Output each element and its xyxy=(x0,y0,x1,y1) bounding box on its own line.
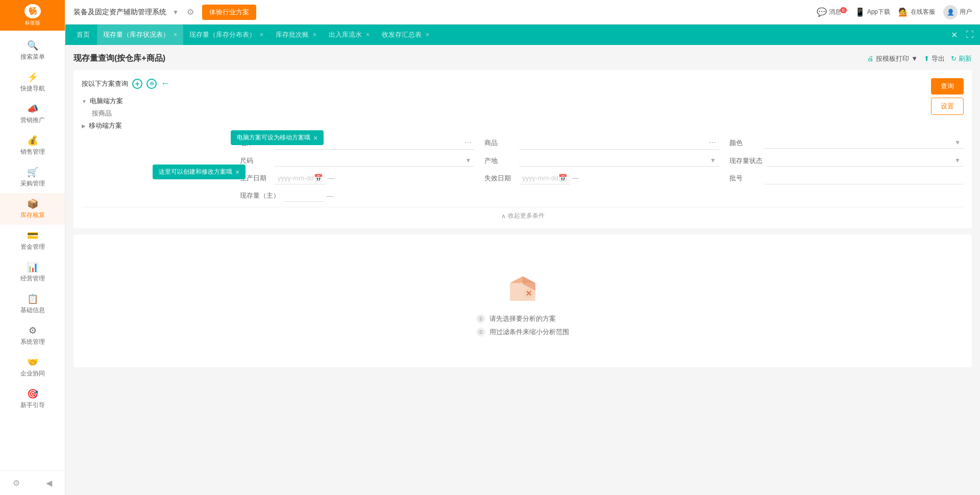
tab-close-btn[interactable]: × xyxy=(174,31,177,38)
filter-add-btn[interactable]: + xyxy=(132,79,142,89)
prod-date-start[interactable]: yyyy-mm-dd 📅 xyxy=(275,172,326,184)
tooltip2-close[interactable]: × xyxy=(235,168,239,176)
sidebar-item-quicknav[interactable]: ⚡ 快捷导航 xyxy=(0,66,65,98)
tab-batch-ledger[interactable]: 库存批次账 × xyxy=(270,25,323,45)
filter-back-btn[interactable]: ← xyxy=(161,78,170,89)
app-download-btn[interactable]: 📱 App下载 xyxy=(855,7,890,17)
batch-no-input[interactable] xyxy=(764,172,964,184)
sidebar-item-sales[interactable]: 💰 销售管理 xyxy=(0,130,65,161)
sidebar-item-finance[interactable]: 💳 资金管理 xyxy=(0,225,65,256)
tab-maximize-btn[interactable]: ⛶ xyxy=(964,28,976,42)
sidebar-item-guide[interactable]: 🎯 新手引导 xyxy=(0,383,65,415)
sidebar-item-label: 企业协同 xyxy=(20,369,45,378)
filter-field-exp-date: 失效日期 yyyy-mm-dd 📅 — xyxy=(484,172,719,184)
origin-chevron-icon: ▼ xyxy=(710,157,716,164)
page-content: 现存量查询(按仓库+商品) 🖨 按模板打印 ▼ ⬆ 导出 ↻ 刷新 xyxy=(65,45,980,495)
main-area: 装备及固定资产辅助管理系统 ▼ ⚙ 体验行业方案 💬 消息 6 📱 App下载 … xyxy=(65,0,980,495)
refresh-label: 刷新 xyxy=(959,54,972,63)
goods-select[interactable]: ··· xyxy=(519,136,719,150)
quicknav-icon: ⚡ xyxy=(27,72,38,83)
sidebar-item-label: 库存核算 xyxy=(20,211,45,220)
scheme-mobile-item[interactable]: ▶ 移动端方案 xyxy=(82,120,964,132)
industry-btn[interactable]: 体验行业方案 xyxy=(202,5,256,20)
prod-date-cal-icon[interactable]: 📅 xyxy=(314,174,323,182)
prod-date-start-placeholder: yyyy-mm-dd xyxy=(278,174,314,182)
exp-date-cal-icon[interactable]: 📅 xyxy=(558,174,567,182)
stock-main-from[interactable] xyxy=(284,190,325,202)
sidebar-item-inventory[interactable]: 📦 库存核算 xyxy=(0,193,65,225)
operation-icon: 📊 xyxy=(27,262,38,273)
online-service-btn[interactable]: 💁 在线客服 xyxy=(898,7,935,17)
online-label: 在线客服 xyxy=(911,8,935,16)
print-btn[interactable]: 🖨 按模板打印 ▼ xyxy=(867,54,918,63)
print-label: 按模板打印 xyxy=(876,54,909,63)
refresh-btn[interactable]: ↻ 刷新 xyxy=(951,54,972,63)
filter-row-4: 现存量（主） — xyxy=(240,190,964,202)
pc-scheme-label: 电脑端方案 xyxy=(90,97,123,106)
tab-actions: ✕ ⛶ xyxy=(949,28,976,42)
query-btn[interactable]: 查询 xyxy=(931,78,964,95)
empty-tip-1: ① 请先选择要分析的方案 xyxy=(476,314,569,323)
empty-state: ① 请先选择要分析的方案 ② 用过滤条件来缩小分析范围 xyxy=(74,234,972,367)
topbar-gear-btn[interactable]: ⚙ xyxy=(185,5,196,19)
scheme-sub-item[interactable]: 按商品 xyxy=(82,107,964,120)
tooltip1-close[interactable]: × xyxy=(313,134,317,142)
origin-select[interactable]: ▼ xyxy=(519,155,719,167)
tab-home[interactable]: 首页 xyxy=(69,25,97,45)
stock-status-select[interactable]: ▼ xyxy=(767,155,964,167)
system-dropdown[interactable]: ▼ xyxy=(173,9,179,16)
color-label: 颜色 xyxy=(729,138,760,148)
filter-field-stock-main: 现存量（主） — xyxy=(240,190,474,202)
color-select[interactable]: ▼ xyxy=(764,137,964,149)
export-btn[interactable]: ⬆ 导出 xyxy=(924,54,945,63)
marketing-icon: 📣 xyxy=(27,103,38,114)
service-icon: 💁 xyxy=(898,7,909,17)
exp-date-start[interactable]: yyyy-mm-dd 📅 xyxy=(519,172,570,184)
filter-label-row: 按以下方案查询 + ⊕ ← xyxy=(82,78,964,89)
sidebar-item-marketing[interactable]: 📣 营销推广 xyxy=(0,98,65,130)
sidebar-item-search[interactable]: 🔍 搜索菜单 xyxy=(0,35,65,66)
sidebar-item-operation[interactable]: 📊 经营管理 xyxy=(0,256,65,288)
filter-field-goods: 商品 ··· xyxy=(484,136,719,150)
tab-close-btn[interactable]: × xyxy=(366,31,370,38)
goods-dots[interactable]: ··· xyxy=(709,138,716,147)
tab-inventory-status[interactable]: 现存量（库存状况表） × xyxy=(97,25,183,45)
tab-in-out-flow[interactable]: 出入库流水 × xyxy=(323,25,376,45)
tab-inventory-dist[interactable]: 现存量（库存分布表） × xyxy=(183,25,270,45)
sidebar-item-enterprise[interactable]: 🤝 企业协同 xyxy=(0,351,65,383)
exp-date-start-placeholder: yyyy-mm-dd xyxy=(522,174,558,182)
sidebar-item-basic[interactable]: 📋 基础信息 xyxy=(0,288,65,320)
warehouse-dots[interactable]: ··· xyxy=(464,138,471,147)
sidebar-item-label: 采购管理 xyxy=(20,179,45,188)
system-icon: ⚙ xyxy=(29,325,37,336)
message-btn[interactable]: 💬 消息 6 xyxy=(817,7,847,17)
filter-label-text: 按以下方案查询 xyxy=(82,79,128,88)
sidebar-nav: 🔍 搜索菜单 ⚡ 快捷导航 📣 营销推广 💰 销售管理 🛒 采购管理 📦 库存核… xyxy=(0,31,65,470)
collapse-sidebar-btn[interactable]: ◀ xyxy=(44,476,54,490)
tab-label: 现存量（库存分布表） xyxy=(189,30,256,39)
user-menu[interactable]: 👤 用户 xyxy=(943,5,972,19)
scheme-tree: ▼ 电脑端方案 按商品 ▶ 移动端方案 xyxy=(82,95,964,132)
filter-field-color: 颜色 ▼ xyxy=(729,137,964,149)
size-select[interactable]: ▼ xyxy=(275,155,474,167)
tab-close-btn[interactable]: × xyxy=(426,31,429,38)
tab-recv-summary[interactable]: 收发存汇总表 × xyxy=(376,25,435,45)
filter-copy-btn[interactable]: ⊕ xyxy=(146,79,157,89)
enterprise-icon: 🤝 xyxy=(27,357,38,368)
collapse-btn[interactable]: ∧ 收起更多条件 xyxy=(501,211,545,220)
sidebar-item-purchase[interactable]: 🛒 采购管理 xyxy=(0,161,65,193)
tab-close-btn[interactable]: × xyxy=(260,31,263,38)
tab-close-btn[interactable]: × xyxy=(313,31,316,38)
purchase-icon: 🛒 xyxy=(27,167,38,178)
tab-close-all-btn[interactable]: ✕ xyxy=(949,28,960,42)
sidebar-logo: 畅 标签版 xyxy=(0,0,65,31)
filter-field-batch-no: 批号 xyxy=(729,172,964,184)
reset-btn[interactable]: 设置 xyxy=(931,98,964,115)
scheme-pc-item[interactable]: ▼ 电脑端方案 xyxy=(82,95,964,107)
tab-label: 现存量（库存状况表） xyxy=(103,30,169,39)
size-chevron-icon: ▼ xyxy=(465,157,471,164)
basic-icon: 📋 xyxy=(27,293,38,304)
empty-tips: ① 请先选择要分析的方案 ② 用过滤条件来缩小分析范围 xyxy=(476,314,569,337)
settings-bottom-btn[interactable]: ⚙ xyxy=(11,476,22,490)
sidebar-item-system[interactable]: ⚙ 系统管理 xyxy=(0,320,65,351)
